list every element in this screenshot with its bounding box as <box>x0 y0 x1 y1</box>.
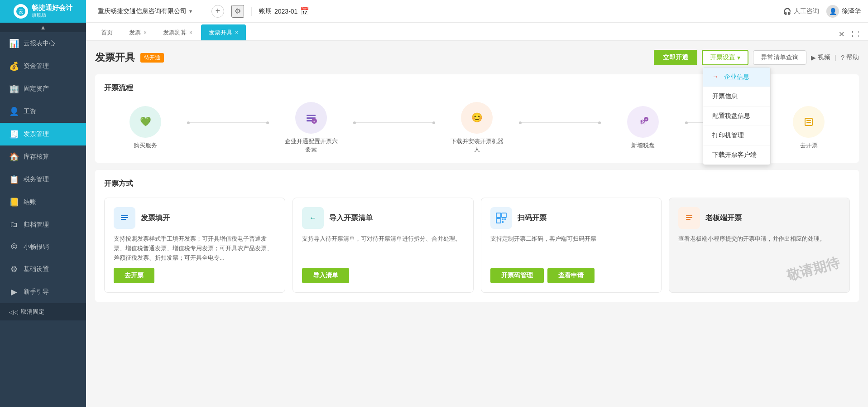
gear-icon[interactable]: ⚙ <box>231 5 244 18</box>
chevron-down-icon: ▾ <box>737 54 740 61</box>
account-icon: 📒 <box>9 197 19 207</box>
tab-invoice-calc-label: 发票测算 <box>163 29 187 37</box>
app-name: 畅捷通好会计 <box>32 4 72 12</box>
connector <box>519 122 601 123</box>
settings-button[interactable]: 开票设置 ▾ <box>702 50 748 65</box>
step-1-icon: 💚 <box>129 106 161 138</box>
connector <box>187 122 269 123</box>
company-selector[interactable]: 重庆畅捷交通信息咨询有限公司 ▾ <box>93 5 197 17</box>
step-3-label: 下载并安装开票机器人 <box>450 137 504 154</box>
activate-button[interactable]: 立即开通 <box>654 50 697 65</box>
fill-method-title: 发票填开 <box>141 213 170 223</box>
add-button[interactable]: + <box>211 5 224 18</box>
sidebar-item-archive[interactable]: 🗂 归档管理 <box>0 213 86 236</box>
svg-rect-35 <box>686 219 691 220</box>
page-actions: 立即开通 开票设置 ▾ 异常清单查询 ▶ 视频 | ? <box>654 50 859 65</box>
headphone-icon: 🎧 <box>783 8 791 15</box>
sidebar-item-inventory[interactable]: 🏠 库存核算 <box>0 145 86 168</box>
method-card-scan: 扫码开票 支持定制开票二维码，客户端可扫码开票 开票码管理 查看申请 <box>481 198 662 293</box>
import-method-btn[interactable]: 导入清单 <box>302 268 349 283</box>
sidebar-item-tax[interactable]: 📋 税务管理 <box>0 168 86 191</box>
sidebar-item-fund[interactable]: 💰 资金管理 <box>0 55 86 78</box>
tab-close-icon[interactable]: × <box>144 29 147 36</box>
dropdown-item-printer[interactable]: 打印机管理 <box>703 126 770 145</box>
sidebar-item-salary[interactable]: 👤 工资 <box>0 100 86 123</box>
tab-expand-button[interactable]: ⛶ <box>850 29 861 40</box>
tab-invoice-calc[interactable]: 发票测算 × <box>155 24 200 40</box>
period-area: 账期 2023-01 📅 <box>259 7 309 15</box>
dropdown-item-download-client[interactable]: 下载开票客户端 <box>703 145 770 165</box>
page-title: 发票开具 <box>95 51 135 64</box>
boss-method-icon <box>678 207 700 229</box>
tab-close-icon[interactable]: × <box>189 29 192 36</box>
sidebar-scroll-up[interactable]: ▲ <box>0 23 86 32</box>
sidebar-item-guide[interactable]: ▶ 新手引导 <box>0 281 86 303</box>
process-step-4: 税 + 新增税盘 <box>602 106 684 150</box>
top-right-area: 🎧 人工咨询 👤 徐泽华 <box>783 5 861 18</box>
sidebar-item-label: 库存核算 <box>24 153 49 161</box>
tab-close-icon[interactable]: × <box>235 29 238 36</box>
step-5-label: 去开票 <box>800 141 818 150</box>
tab-invoice-issue[interactable]: 发票开具 × <box>201 24 246 40</box>
connector <box>353 122 435 123</box>
fill-method-icon <box>114 207 135 229</box>
method-card-header: ← 导入开票清单 <box>302 207 464 229</box>
page-content: 发票开具 待开通 立即开通 开票设置 ▾ 异常清单查询 ▶ 视频 | <box>86 41 868 407</box>
svg-rect-33 <box>686 215 692 216</box>
cancel-pin-icon: ◁◁ <box>9 309 18 315</box>
red-arrow-icon: → <box>712 73 719 80</box>
process-step-3: 😊 下载并安装开票机器人 <box>436 102 518 154</box>
consult-button[interactable]: 🎧 人工咨询 <box>783 7 819 15</box>
user-area[interactable]: 👤 徐泽华 <box>826 5 861 18</box>
calendar-icon[interactable]: 📅 <box>300 7 309 15</box>
fill-method-btn[interactable]: 去开票 <box>114 268 154 283</box>
dropdown-item-label: 下载开票客户端 <box>712 151 757 158</box>
scan-view-apply-btn[interactable]: 查看申请 <box>547 268 595 283</box>
video-button[interactable]: ▶ 视频 <box>811 53 830 62</box>
chevron-down-icon: ▾ <box>189 8 192 15</box>
settings-icon: ⚙ <box>9 264 19 274</box>
logo-icon: 云 <box>14 4 28 19</box>
sidebar-item-invoice[interactable]: 🧾 发票管理 <box>0 123 86 145</box>
settings-btn-label: 开票设置 <box>710 53 735 62</box>
dropdown-item-tax-disk[interactable]: 配置税盘信息 <box>703 107 770 126</box>
sidebar-item-label: 发票管理 <box>24 130 49 138</box>
svg-rect-31 <box>502 221 504 223</box>
guide-icon: ▶ <box>9 287 19 297</box>
svg-text:云: 云 <box>19 9 23 14</box>
svg-text:😊: 😊 <box>471 112 483 123</box>
sidebar-item-report[interactable]: © 小畅报销 <box>0 236 86 258</box>
import-method-title: 导入开票清单 <box>329 213 373 223</box>
tab-home[interactable]: 首页 <box>93 24 120 40</box>
method-card-header: 发票填开 <box>114 207 276 229</box>
sidebar-item-fixed-assets[interactable]: 🏢 固定资产 <box>0 78 86 100</box>
period-label: 账期 <box>259 7 272 15</box>
svg-rect-19 <box>806 122 811 123</box>
fund-icon: 💰 <box>9 61 19 71</box>
tab-end-buttons: ✕ ⛶ <box>837 28 861 40</box>
svg-text:💚: 💚 <box>139 116 151 127</box>
tab-close-button[interactable]: ✕ <box>837 28 846 40</box>
tab-home-label: 首页 <box>101 29 113 37</box>
scan-code-manage-btn[interactable]: 开票码管理 <box>490 268 544 283</box>
dropdown-item-company[interactable]: → 企业信息 <box>703 68 770 87</box>
tab-invoice[interactable]: 发票 × <box>121 24 154 40</box>
boss-method-title: 老板端开票 <box>705 213 742 223</box>
inventory-icon: 🏠 <box>9 152 19 162</box>
company-name: 重庆畅捷交通信息咨询有限公司 <box>98 7 187 15</box>
svg-text:←: ← <box>309 214 317 222</box>
abnormal-button[interactable]: 异常清单查询 <box>753 50 806 65</box>
cancel-pin-label: 取消固定 <box>21 308 44 316</box>
sidebar-item-account[interactable]: 📒 结账 <box>0 191 86 213</box>
sidebar-cancel-pin[interactable]: ◁◁ 取消固定 <box>0 303 86 320</box>
svg-text:+: + <box>313 120 316 124</box>
sidebar-item-cloud-report[interactable]: 📊 云报表中心 <box>0 32 86 55</box>
tab-bar: 首页 发票 × 发票测算 × 发票开具 × ✕ ⛶ <box>86 23 868 41</box>
tax-icon: 📋 <box>9 174 19 184</box>
help-button[interactable]: ? 帮助 <box>841 53 859 62</box>
sidebar-item-label: 基础设置 <box>24 265 49 273</box>
dropdown-item-invoice-info[interactable]: 开票信息 <box>703 87 770 107</box>
sidebar-item-settings[interactable]: ⚙ 基础设置 <box>0 258 86 281</box>
svg-rect-28 <box>496 218 501 223</box>
salary-icon: 👤 <box>9 107 19 116</box>
